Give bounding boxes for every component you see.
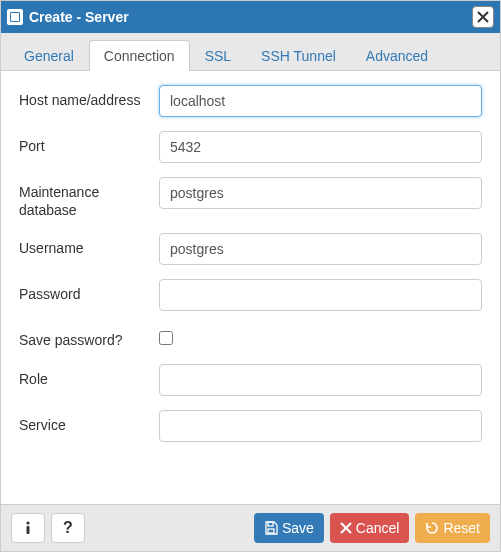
port-label: Port — [19, 131, 159, 155]
tab-general[interactable]: General — [9, 40, 89, 71]
svg-rect-2 — [268, 522, 273, 526]
svg-point-0 — [26, 521, 29, 524]
connection-form: Host name/address Port Maintenance datab… — [1, 71, 500, 504]
tab-connection[interactable]: Connection — [89, 40, 190, 71]
tab-ssh-tunnel[interactable]: SSH Tunnel — [246, 40, 351, 71]
help-icon: ? — [63, 519, 73, 537]
dialog-title: Create - Server — [29, 9, 472, 25]
role-label: Role — [19, 364, 159, 388]
save-password-checkbox[interactable] — [159, 331, 173, 345]
svg-rect-1 — [27, 526, 30, 534]
save-button[interactable]: Save — [254, 513, 324, 543]
maintenance-db-input[interactable] — [159, 177, 482, 209]
dialog-titlebar: Create - Server — [1, 1, 500, 33]
help-button[interactable]: ? — [51, 513, 85, 543]
close-button[interactable] — [472, 6, 494, 28]
host-input[interactable] — [159, 85, 482, 117]
tabs: General Connection SSL SSH Tunnel Advanc… — [1, 33, 500, 71]
password-input[interactable] — [159, 279, 482, 311]
save-button-label: Save — [282, 520, 314, 536]
tab-advanced[interactable]: Advanced — [351, 40, 443, 71]
tab-ssl[interactable]: SSL — [190, 40, 246, 71]
reset-icon — [425, 521, 439, 535]
host-label: Host name/address — [19, 85, 159, 109]
username-label: Username — [19, 233, 159, 257]
create-server-dialog: Create - Server General Connection SSL S… — [0, 0, 501, 552]
port-input[interactable] — [159, 131, 482, 163]
maintenance-db-label: Maintenance database — [19, 177, 159, 219]
reset-button[interactable]: Reset — [415, 513, 490, 543]
svg-rect-3 — [268, 529, 274, 533]
info-button[interactable] — [11, 513, 45, 543]
service-input[interactable] — [159, 410, 482, 442]
service-label: Service — [19, 410, 159, 434]
password-label: Password — [19, 279, 159, 303]
username-input[interactable] — [159, 233, 482, 265]
dialog-footer: ? Save Cancel Reset — [1, 504, 500, 551]
reset-button-label: Reset — [443, 520, 480, 536]
cancel-button-label: Cancel — [356, 520, 400, 536]
save-password-label: Save password? — [19, 325, 159, 349]
cancel-icon — [340, 522, 352, 534]
role-input[interactable] — [159, 364, 482, 396]
save-icon — [264, 521, 278, 535]
server-icon — [7, 9, 23, 25]
info-icon — [22, 521, 34, 535]
close-icon — [477, 11, 489, 23]
cancel-button[interactable]: Cancel — [330, 513, 410, 543]
